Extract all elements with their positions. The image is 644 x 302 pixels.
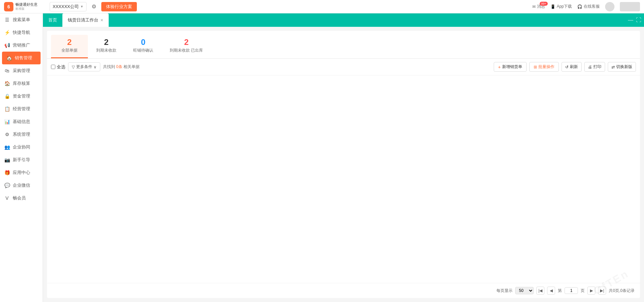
sidebar-icon-6: 🔒 (4, 93, 10, 99)
sidebar-item-5[interactable]: 🏠库存核算 (0, 77, 43, 90)
select-all-checkbox[interactable]: 全选 (51, 64, 65, 70)
filter-label: 更多条件 (76, 64, 92, 70)
settings-button[interactable]: ⚙ (89, 2, 99, 11)
next-page-button[interactable]: ▶ (587, 287, 595, 295)
sidebar-item-10[interactable]: 👥企业协同 (0, 141, 43, 154)
stats-tabs: 2 全部单据 2 到期未收款 0 旺铺待确认 2 到期未收款 已出库 (47, 31, 640, 59)
page-size-select[interactable]: 50 100 200 (515, 287, 534, 294)
sidebar-item-11[interactable]: 📷新手引导 (0, 154, 43, 166)
app-download-label: App下载 (557, 4, 572, 9)
app-download-btn[interactable]: 📱 App下载 (550, 4, 572, 9)
tab-home[interactable]: 首页 (43, 13, 62, 27)
sidebar-label-1: 快捷导航 (13, 29, 30, 36)
logo-area: 6 畅捷通好生意 标准版 (4, 2, 47, 11)
sidebar-item-0[interactable]: ☰搜索菜单 (0, 13, 43, 26)
app-logo: 6 (4, 2, 13, 11)
top-bar: 6 畅捷通好生意 标准版 XXXXXX公司 ▼ ⚙ 体验行业方案 ✉ 消息 99… (0, 0, 644, 13)
sidebar-item-13[interactable]: 💬企业微信 (0, 179, 43, 192)
sidebar-item-14[interactable]: V畅会员 (0, 192, 43, 204)
sidebar-label-8: 基础信息 (13, 119, 30, 125)
sidebar-item-6[interactable]: 🔒资金管理 (0, 90, 43, 103)
sidebar-icon-7: 📋 (4, 106, 10, 112)
user-avatar[interactable] (605, 2, 614, 11)
switch-version-button[interactable]: ⇄ 切换新版 (608, 62, 636, 72)
stat-tab-overdue-out[interactable]: 2 到期未收款 已出库 (162, 35, 211, 58)
page-label: 第 (558, 288, 562, 294)
service-icon: 🎧 (577, 4, 582, 9)
sidebar: ☰搜索菜单⚡快捷导航📢营销推广🏠销售管理🛍采购管理🏠库存核算🔒资金管理📋经营管理… (0, 0, 43, 302)
print-button[interactable]: 🖨 打印 (584, 62, 605, 72)
sidebar-icon-3: 🏠 (6, 55, 12, 61)
print-icon: 🖨 (588, 65, 592, 69)
company-name: XXXXXX公司 (53, 4, 79, 10)
switch-icon: ⇄ (611, 65, 615, 69)
batch-operation-button[interactable]: ⊞ 批量操作 (529, 62, 559, 72)
sidebar-icon-10: 👥 (4, 144, 10, 150)
sidebar-label-6: 资金管理 (13, 93, 30, 99)
found-count: 0条 (116, 64, 122, 69)
batch-label: 批量操作 (538, 64, 554, 70)
page-number-input[interactable] (565, 287, 578, 294)
stat-label-overdue-out: 到期未收款 已出库 (170, 48, 203, 53)
message-btn[interactable]: ✉ 消息 99+ (532, 4, 545, 9)
prev-page-button[interactable]: ◀ (547, 287, 555, 295)
sidebar-label-3: 销售管理 (15, 55, 32, 61)
add-btn-label: 新增销货单 (502, 64, 522, 70)
filter-button[interactable]: ▽ 更多条件 ∨ (68, 62, 100, 71)
toolbar-right: + 新增销货单 ⊞ 批量操作 ↺ 刷新 🖨 打印 ⇄ 切换新版 (494, 62, 636, 72)
app-name-block: 畅捷通好生意 标准版 (15, 2, 38, 11)
company-selector[interactable]: XXXXXX公司 ▼ (50, 2, 87, 11)
last-page-button[interactable]: ▶| (598, 287, 606, 295)
sidebar-label-9: 系统管理 (13, 131, 30, 137)
print-label: 打印 (593, 64, 601, 70)
refresh-button[interactable]: ↺ 刷新 (561, 62, 582, 72)
tab-work-bench[interactable]: 钱货日清工作台 ✕ (62, 13, 109, 27)
total-info: 共0页,0条记录 (609, 288, 635, 294)
tab-minimize-icon[interactable]: — (628, 17, 633, 23)
stat-tab-all[interactable]: 2 全部单据 (51, 35, 88, 58)
add-sales-order-button[interactable]: + 新增销货单 (494, 62, 527, 72)
tab-maximize-icon[interactable]: ⛶ (636, 17, 641, 23)
batch-icon: ⊞ (534, 65, 537, 69)
sidebar-label-4: 采购管理 (13, 68, 30, 74)
found-text: 共找到 0条 相关单据 (103, 64, 140, 70)
toolbar: 全选 ▽ 更多条件 ∨ 共找到 0条 相关单据 + 新增销货单 (47, 59, 640, 75)
user-name-area[interactable] (620, 2, 640, 11)
page-label-end: 页 (581, 288, 585, 294)
sidebar-label-13: 企业微信 (13, 182, 30, 188)
sidebar-item-7[interactable]: 📋经营管理 (0, 103, 43, 115)
stat-label-all: 全部单据 (61, 48, 77, 53)
main-content: 2 全部单据 2 到期未收款 0 旺铺待确认 2 到期未收款 已出库 全选 (43, 27, 644, 302)
tab-work-bench-label: 钱货日清工作台 (68, 17, 98, 23)
stat-num-all: 2 (67, 38, 71, 47)
sidebar-item-12[interactable]: 🎁应用中心 (0, 166, 43, 179)
filter-arrow-icon: ∨ (94, 65, 97, 69)
top-right-area: ✉ 消息 99+ 📱 App下载 🎧 在线客服 (532, 2, 640, 11)
sidebar-item-1[interactable]: ⚡快捷导航 (0, 26, 43, 39)
tab-bar: 首页 钱货日清工作台 ✕ — ⛶ (43, 13, 644, 27)
select-all-input[interactable] (51, 65, 55, 69)
sidebar-icon-9: ⚙ (4, 131, 10, 137)
per-page-label: 每页显示 (496, 288, 513, 294)
pagination-bar: 每页显示 50 100 200 |◀ ◀ 第 页 ▶ ▶| 共0页,0条记录 (47, 283, 640, 298)
refresh-icon: ↺ (565, 65, 569, 69)
experience-btn[interactable]: 体验行业方案 (101, 2, 137, 11)
sidebar-icon-5: 🏠 (4, 80, 10, 86)
stat-label-wangpu: 旺铺待确认 (133, 48, 153, 53)
stat-num-overdue-out: 2 (184, 38, 189, 47)
sidebar-item-8[interactable]: 📊基础信息 (0, 115, 43, 128)
stat-tab-overdue[interactable]: 2 到期未收款 (88, 35, 125, 58)
toolbar-left: 全选 ▽ 更多条件 ∨ 共找到 0条 相关单据 (51, 62, 140, 71)
online-service-btn[interactable]: 🎧 在线客服 (577, 4, 600, 9)
sidebar-item-2[interactable]: 📢营销推广 (0, 39, 43, 52)
sidebar-item-4[interactable]: 🛍采购管理 (0, 64, 43, 77)
tab-close-icon[interactable]: ✕ (100, 18, 103, 22)
tab-bar-right: — ⛶ (628, 17, 644, 23)
sidebar-item-3[interactable]: 🏠销售管理 (2, 52, 41, 64)
sidebar-item-9[interactable]: ⚙系统管理 (0, 128, 43, 141)
sidebar-icon-13: 💬 (4, 182, 10, 188)
stat-tab-wangpu[interactable]: 0 旺铺待确认 (125, 35, 162, 58)
sidebar-label-12: 应用中心 (13, 170, 30, 176)
first-page-button[interactable]: |◀ (536, 287, 544, 295)
stat-num-wangpu: 0 (141, 38, 145, 47)
